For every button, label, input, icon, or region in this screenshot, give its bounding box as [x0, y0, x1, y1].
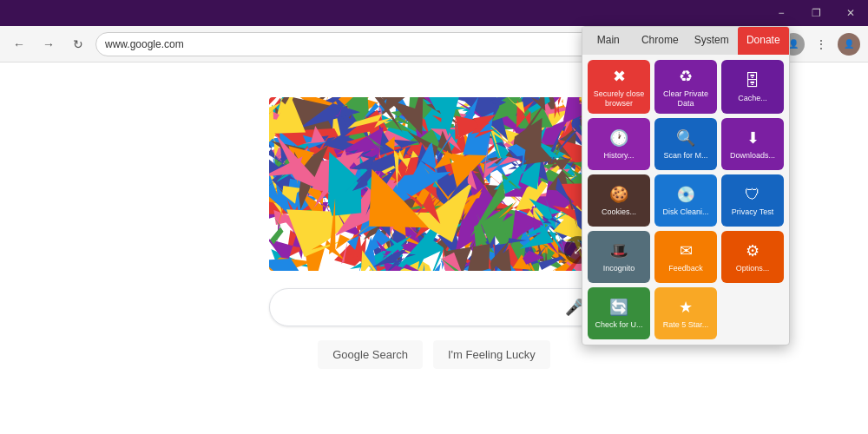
- avatar-2: 👤: [838, 33, 860, 56]
- popup-item-cache[interactable]: 🗄 Cache...: [721, 60, 784, 114]
- popup-item-downloads[interactable]: ⬇ Downloads...: [721, 118, 784, 170]
- popup-item-history[interactable]: 🕐 History...: [588, 118, 650, 170]
- popup-label-incognito: Incognito: [603, 264, 635, 273]
- popup-icon-options: ⚙: [746, 241, 760, 260]
- popup-item-options[interactable]: ⚙ Options...: [721, 231, 784, 283]
- google-search-button[interactable]: Google Search: [318, 340, 423, 369]
- minimize-button[interactable]: −: [764, 0, 799, 26]
- popup-tabs: Main Chrome System Donate: [582, 27, 789, 55]
- tab-main[interactable]: Main: [582, 27, 635, 55]
- popup-label-cache: Cache...: [738, 94, 767, 103]
- forward-button[interactable]: →: [36, 32, 61, 56]
- popup-label-cookies: Cookies...: [602, 207, 636, 217]
- popup-label-securely-close: Securely close browser: [591, 89, 647, 108]
- popup-icon-securely-close: ✖: [613, 67, 626, 86]
- popup-label-clear-private: Clear Private Data: [658, 89, 713, 108]
- popup-item-privacy-test[interactable]: 🛡 Privacy Test: [721, 174, 784, 227]
- popup-icon-privacy-test: 🛡: [745, 186, 760, 204]
- popup-item-feedback[interactable]: ✉ Feedback: [654, 231, 717, 283]
- popup-label-check-updates: Check for U...: [595, 320, 642, 330]
- popup-label-downloads: Downloads...: [730, 151, 775, 161]
- popup-label-privacy-test: Privacy Test: [732, 207, 773, 217]
- extension-popup: Main Chrome System Donate ✖ Securely clo…: [582, 26, 790, 345]
- popup-item-incognito[interactable]: 🎩 Incognito: [588, 231, 650, 283]
- popup-item-scan[interactable]: 🔍 Scan for M...: [654, 118, 717, 170]
- popup-item-rate[interactable]: ★ Rate 5 Star...: [654, 287, 717, 339]
- popup-label-options: Options...: [736, 264, 770, 273]
- tab-system[interactable]: System: [686, 27, 738, 55]
- popup-label-scan: Scan for M...: [663, 151, 707, 161]
- maximize-button[interactable]: ❐: [799, 0, 833, 26]
- back-button[interactable]: ←: [7, 32, 31, 56]
- search-container: 🎤 Google Search I'm Feeling Lucky: [269, 288, 599, 369]
- feeling-lucky-button[interactable]: I'm Feeling Lucky: [433, 340, 550, 369]
- popup-icon-check-updates: 🔄: [609, 298, 628, 317]
- search-box[interactable]: 🎤: [269, 288, 599, 326]
- google-doodle: ⤢: [269, 97, 599, 271]
- popup-icon-rate: ★: [679, 298, 693, 317]
- popup-icon-clear-private: ♻: [679, 67, 693, 86]
- search-input[interactable]: [284, 300, 565, 314]
- menu-button[interactable]: ⋮: [809, 32, 833, 56]
- popup-icon-scan: 🔍: [676, 128, 695, 148]
- popup-icon-feedback: ✉: [680, 241, 693, 260]
- tab-chrome[interactable]: Chrome: [635, 27, 687, 55]
- popup-grid: ✖ Securely close browser ♻ Clear Private…: [582, 55, 789, 345]
- close-button[interactable]: ✕: [833, 0, 868, 26]
- popup-item-disk-clean[interactable]: 💿 Disk Cleani...: [654, 174, 717, 227]
- refresh-button[interactable]: ↻: [66, 32, 90, 56]
- popup-label-rate: Rate 5 Star...: [663, 320, 709, 330]
- popup-icon-cache: 🗄: [745, 72, 760, 90]
- popup-label-history: History...: [604, 151, 635, 161]
- popup-label-disk-clean: Disk Cleani...: [662, 207, 708, 217]
- profile-button2[interactable]: 👤: [837, 32, 861, 56]
- popup-label-feedback: Feedback: [668, 264, 703, 273]
- tab-donate[interactable]: Donate: [738, 27, 790, 55]
- popup-icon-disk-clean: 💿: [676, 185, 695, 204]
- popup-icon-downloads: ⬇: [746, 128, 760, 148]
- popup-icon-history: 🕐: [609, 128, 628, 148]
- popup-item-cookies[interactable]: 🍪 Cookies...: [588, 174, 650, 227]
- popup-icon-incognito: 🎩: [609, 241, 628, 260]
- popup-item-clear-private[interactable]: ♻ Clear Private Data: [654, 60, 717, 114]
- popup-item-securely-close[interactable]: ✖ Securely close browser: [588, 60, 650, 114]
- popup-item-check-updates[interactable]: 🔄 Check for U...: [588, 287, 650, 339]
- search-buttons: Google Search I'm Feeling Lucky: [318, 340, 549, 369]
- titlebar: − ❐ ✕: [0, 0, 868, 26]
- popup-icon-cookies: 🍪: [609, 185, 628, 204]
